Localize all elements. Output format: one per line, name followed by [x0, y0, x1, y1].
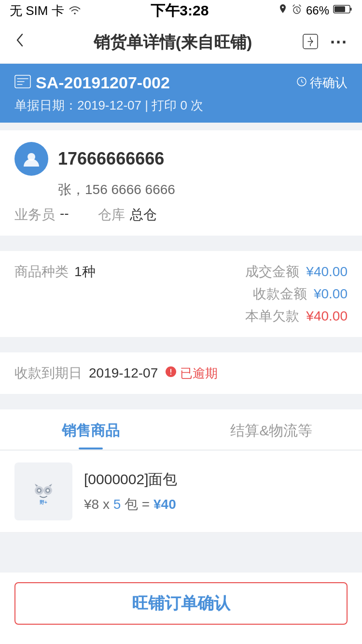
divider-1 [0, 236, 362, 243]
due-date-label: 收款到期日 [14, 364, 82, 382]
status-right-icons: 66% [278, 3, 352, 18]
svg-point-14 [38, 490, 41, 492]
avatar [14, 142, 48, 176]
tab-settlement[interactable]: 结算&物流等 [181, 409, 362, 449]
status-carrier-wifi: 无 SIM 卡 [10, 2, 82, 19]
product-unit: 包 [125, 497, 138, 512]
overdue-badge: 已逾期 [165, 365, 218, 382]
summary-section: 商品种类 1种 成交金额 ¥40.00 收款金额 ¥0.00 本单欠款 ¥40.… [0, 251, 362, 337]
tab-settlement-label: 结算&物流等 [230, 422, 312, 438]
nav-bar: 销货单详情(来自旺铺) ··· [0, 21, 362, 64]
product-thumbnail: 野+ [14, 462, 72, 520]
carrier-text: 无 SIM 卡 [10, 2, 64, 19]
summary-right: 成交金额 ¥40.00 收款金额 ¥0.00 本单欠款 ¥40.00 [245, 263, 348, 325]
transaction-amount-row: 成交金额 ¥40.00 [245, 263, 348, 281]
divider-3 [0, 394, 362, 402]
product-types-value: 1种 [74, 263, 96, 281]
warehouse-label: 仓库 [98, 206, 125, 224]
payment-amount-value: ¥0.00 [314, 286, 348, 302]
product-quantity: 5 [113, 497, 121, 512]
clock-icon [296, 75, 307, 90]
customer-card: 17666666666 张，156 6666 6666 业务员 -- 仓库 总仓 [0, 130, 362, 236]
customer-meta: 业务员 -- 仓库 总仓 [14, 206, 348, 224]
back-button[interactable] [14, 30, 43, 54]
battery-icon [333, 4, 352, 17]
product-info: [0000002]面包 ¥8 x 5 包 = ¥40 [84, 470, 348, 514]
more-icon[interactable]: ··· [330, 32, 348, 53]
battery-text: 66% [306, 4, 329, 17]
summary-left: 商品种类 1种 [14, 263, 96, 281]
svg-point-15 [47, 490, 49, 492]
owed-amount-value: ¥40.00 [306, 308, 348, 324]
product-types-row: 商品种类 1种 [14, 263, 96, 281]
product-price-row: ¥8 x 5 包 = ¥40 [84, 495, 348, 514]
tab-products[interactable]: 销售商品 [0, 409, 181, 449]
divider-2 [0, 337, 362, 345]
overdue-text: 已逾期 [180, 365, 218, 382]
owed-amount-row: 本单欠款 ¥40.00 [245, 307, 348, 325]
salesperson-row: 业务员 -- [14, 206, 69, 224]
product-name: [0000002]面包 [84, 470, 348, 490]
svg-point-9 [170, 373, 171, 374]
payment-amount-label: 收款金额 [253, 285, 307, 303]
svg-rect-2 [350, 8, 351, 11]
tabs-bar: 销售商品 结算&物流等 [0, 409, 362, 450]
order-icon [14, 73, 31, 92]
due-date-value: 2019-12-07 [89, 365, 158, 381]
warehouse-row: 仓库 总仓 [98, 206, 157, 224]
product-types-label: 商品种类 [14, 263, 69, 281]
share-icon[interactable] [302, 33, 319, 52]
order-id-text: SA-20191207-002 [36, 73, 170, 92]
bottom-bar: 旺铺订单确认 [0, 573, 362, 644]
svg-text:野+: 野+ [40, 500, 47, 505]
status-bar: 无 SIM 卡 下午3:28 66% [0, 0, 362, 21]
transaction-amount-label: 成交金额 [245, 263, 299, 281]
order-status-text: 待确认 [310, 74, 348, 91]
order-status: 待确认 [296, 74, 348, 91]
order-header: SA-20191207-002 待确认 单据日期：2019-12-07 | 打印… [0, 64, 362, 123]
salesperson-value: -- [60, 206, 69, 224]
location-icon [278, 3, 288, 18]
price-x: x [103, 497, 113, 512]
wifi-icon [68, 3, 82, 18]
product-price: ¥8 [84, 497, 99, 512]
product-total: ¥40 [153, 497, 176, 512]
product-item: 野+ [0000002]面包 ¥8 x 5 包 = ¥40 [0, 451, 362, 532]
status-time: 下午3:28 [151, 1, 209, 21]
owed-amount-label: 本单欠款 [245, 307, 299, 325]
equals: = [142, 497, 153, 512]
customer-name: 张，156 6666 6666 [14, 181, 348, 199]
warning-icon [165, 365, 177, 381]
transaction-amount-value: ¥40.00 [306, 264, 348, 280]
due-date-section: 收款到期日 2019-12-07 已逾期 [0, 352, 362, 394]
svg-rect-3 [334, 6, 345, 12]
product-list: 野+ [0000002]面包 ¥8 x 5 包 = ¥40 [0, 451, 362, 532]
nav-right-actions: ··· [302, 32, 348, 53]
warehouse-value: 总仓 [130, 206, 157, 224]
confirm-order-button[interactable]: 旺铺订单确认 [14, 582, 348, 625]
page-title: 销货单详情(来自旺铺) [94, 31, 252, 54]
customer-phone: 17666666666 [58, 149, 164, 169]
order-meta: 单据日期：2019-12-07 | 打印 0 次 [14, 97, 348, 114]
tab-products-label: 销售商品 [62, 422, 120, 438]
payment-amount-row: 收款金额 ¥0.00 [253, 285, 348, 303]
salesperson-label: 业务员 [14, 206, 55, 224]
order-id: SA-20191207-002 [14, 73, 170, 92]
alarm-icon [292, 3, 302, 18]
